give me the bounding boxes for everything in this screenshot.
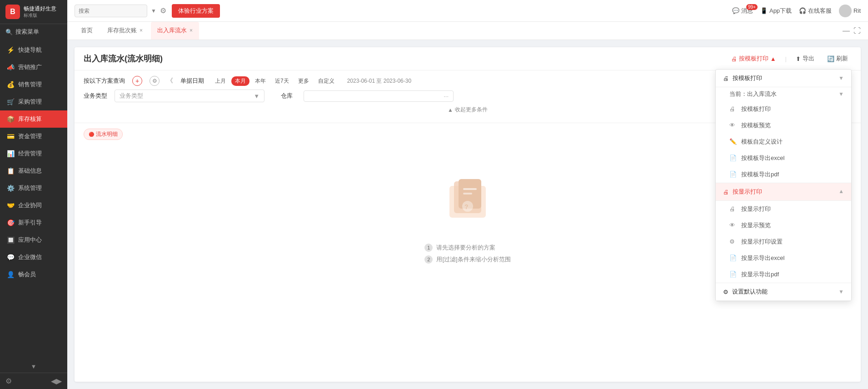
template-export-excel-item[interactable]: 📄 按模板导出excel bbox=[716, 150, 851, 166]
default-section-arrow-icon: ▼ bbox=[838, 289, 844, 295]
sidebar-item-finance[interactable]: 💳 资金管理 bbox=[0, 128, 67, 145]
collapse-filter-btn[interactable]: ▲ 收起更多条件 bbox=[448, 106, 488, 114]
message-icon: 💬 bbox=[732, 7, 739, 14]
template-custom-item-icon: ✏️ bbox=[729, 138, 737, 145]
warehouse-select[interactable]: ··· bbox=[304, 90, 454, 102]
tab-home[interactable]: 首页 bbox=[75, 22, 99, 40]
svg-rect-3 bbox=[463, 188, 477, 190]
sidebar-item-inventory[interactable]: 📦 库存核算 bbox=[0, 110, 67, 128]
topbar-app-download-btn[interactable]: 📱 App下载 bbox=[760, 7, 792, 15]
date-this-month[interactable]: 本月 bbox=[231, 76, 249, 86]
sidebar-item-label: 销售管理 bbox=[18, 80, 42, 89]
collapse-sidebar-icon[interactable]: ◀▶ bbox=[51, 377, 62, 385]
settings-icon[interactable]: ⚙ bbox=[5, 377, 12, 385]
display-print-settings-label: 按显示打印设置 bbox=[741, 238, 783, 246]
sidebar-logo: B 畅捷通好生意 标准版 bbox=[0, 0, 67, 24]
date-range-display: 2023-06-01 至 2023-06-30 bbox=[347, 77, 411, 85]
date-this-year[interactable]: 本年 bbox=[251, 76, 269, 86]
template-export-pdf-label: 按模板导出pdf bbox=[741, 170, 779, 179]
topbar-gear-icon[interactable]: ⚙ bbox=[160, 6, 166, 15]
sidebar-item-label: 企业协同 bbox=[18, 201, 42, 209]
service-icon: 🎧 bbox=[799, 7, 806, 14]
svg-text:?: ? bbox=[464, 203, 469, 210]
tab-inventory-batch[interactable]: 库存批次账 × bbox=[101, 22, 149, 40]
page-header: 出入库流水(流水明细) 🖨 按模板打印 ▲ | ⬆ 导出 🔄 刷新 bbox=[75, 47, 861, 70]
date-last-month[interactable]: 上月 bbox=[211, 76, 229, 86]
sidebar-item-quick-nav[interactable]: ⚡ 快捷导航 bbox=[0, 41, 67, 59]
tab-maximize-icon[interactable]: ⛶ bbox=[853, 27, 861, 35]
topbar-user-btn[interactable]: Rit bbox=[839, 5, 861, 17]
sidebar-item-sales[interactable]: 💰 销售管理 bbox=[0, 76, 67, 93]
display-print-settings-item[interactable]: ⚙ 按显示打印设置 bbox=[716, 234, 851, 250]
date-last-7-days[interactable]: 近7天 bbox=[271, 76, 293, 86]
sidebar-item-wechat[interactable]: 💬 企业微信 bbox=[0, 249, 67, 266]
tag-flow-detail[interactable]: 🔴 流水明细 bbox=[84, 129, 123, 140]
display-print-item[interactable]: 🖨 按显示打印 bbox=[716, 201, 851, 217]
trial-industry-button[interactable]: 体验行业方案 bbox=[172, 4, 220, 18]
sidebar-search[interactable]: 🔍 搜索菜单 bbox=[0, 24, 67, 40]
tab-minimize-icon[interactable]: — bbox=[843, 27, 850, 35]
sidebar-item-label: 新手引导 bbox=[18, 219, 42, 227]
tab-in-out-flow-close[interactable]: × bbox=[190, 27, 193, 34]
filter-collapse-icon[interactable]: 《 bbox=[167, 77, 173, 85]
display-print-section-header[interactable]: 🖨 按显示打印 ▼ bbox=[716, 183, 851, 201]
biz-type-placeholder: 业务类型 bbox=[120, 92, 252, 100]
topbar-message-btn[interactable]: 💬 消息 99+ bbox=[732, 7, 753, 15]
tab-in-out-flow[interactable]: 出入库流水 × bbox=[151, 22, 199, 40]
tab-inventory-batch-close[interactable]: × bbox=[140, 27, 143, 34]
biz-type-select[interactable]: 业务类型 ▼ bbox=[115, 90, 264, 102]
sidebar-item-member[interactable]: 👤 畅会员 bbox=[0, 266, 67, 283]
sidebar-item-operations[interactable]: 📊 经营管理 bbox=[0, 145, 67, 162]
template-preview-item[interactable]: 👁 按模板预览 bbox=[716, 117, 851, 134]
guide-icon: 🎯 bbox=[6, 219, 15, 227]
refresh-label: 刷新 bbox=[836, 55, 848, 63]
current-template-arrow-icon: ▼ bbox=[838, 91, 844, 97]
topbar-online-service-btn[interactable]: 🎧 在线客服 bbox=[799, 7, 832, 15]
print-template-btn[interactable]: 🖨 按模板打印 ▲ bbox=[728, 53, 780, 65]
export-btn[interactable]: ⬆ 导出 bbox=[792, 53, 818, 65]
basic-icon: 📋 bbox=[6, 167, 15, 175]
export-label: 导出 bbox=[803, 55, 814, 63]
tag-label: 流水明细 bbox=[96, 130, 118, 138]
filter-settings-button[interactable]: ⚙ bbox=[150, 76, 160, 86]
topbar-search-input[interactable] bbox=[75, 5, 147, 17]
display-preview-item[interactable]: 👁 按显示预览 bbox=[716, 217, 851, 234]
sidebar-item-system[interactable]: ⚙️ 系统管理 bbox=[0, 180, 67, 197]
warehouse-label: 仓库 bbox=[281, 92, 293, 100]
page-title: 出入库流水(流水明细) bbox=[84, 53, 163, 64]
default-section-label: 设置默认功能 bbox=[732, 288, 768, 296]
collapse-filter-label: 收起更多条件 bbox=[455, 106, 488, 114]
member-icon: 👤 bbox=[6, 270, 15, 279]
default-section-header[interactable]: ⚙ 设置默认功能 ▼ bbox=[716, 283, 851, 301]
sidebar-scroll-down[interactable]: ▼ bbox=[0, 360, 67, 373]
date-custom[interactable]: 自定义 bbox=[314, 76, 338, 86]
display-section-arrow-icon: ▼ bbox=[838, 189, 844, 195]
apps-icon: 🔲 bbox=[6, 236, 15, 244]
topbar-search-dropdown-icon[interactable]: ▼ bbox=[151, 8, 156, 14]
sidebar-item-apps[interactable]: 🔲 应用中心 bbox=[0, 231, 67, 249]
sidebar-item-purchase[interactable]: 🛒 采购管理 bbox=[0, 93, 67, 110]
display-export-excel-item[interactable]: 📄 按显示导出excel bbox=[716, 250, 851, 266]
template-print-section-header[interactable]: 🖨 按模板打印 ▼ bbox=[716, 70, 851, 87]
biz-type-label: 业务类型 bbox=[84, 92, 107, 100]
display-export-pdf-item[interactable]: 📄 按显示导出pdf bbox=[716, 266, 851, 283]
filter-query-label: 按以下方案查询 bbox=[84, 77, 125, 85]
sidebar-item-guide[interactable]: 🎯 新手引导 bbox=[0, 214, 67, 231]
sidebar-item-label: 畅会员 bbox=[18, 270, 36, 279]
online-service-label: 在线客服 bbox=[808, 7, 832, 15]
sidebar-item-collab[interactable]: 🤝 企业协同 bbox=[0, 197, 67, 214]
display-print-item-icon: 🖨 bbox=[729, 205, 737, 213]
template-custom-item[interactable]: ✏️ 模板自定义设计 bbox=[716, 134, 851, 150]
refresh-btn[interactable]: 🔄 刷新 bbox=[823, 53, 852, 65]
sidebar-item-basic[interactable]: 📋 基础信息 bbox=[0, 162, 67, 180]
template-section-arrow-icon: ▼ bbox=[838, 75, 844, 81]
step-1-text: 请先选择要分析的方案 bbox=[436, 244, 495, 252]
template-export-pdf-item[interactable]: 📄 按模板导出pdf bbox=[716, 166, 851, 183]
display-export-pdf-icon: 📄 bbox=[729, 271, 737, 278]
default-section-icon: ⚙ bbox=[723, 289, 728, 295]
sidebar-item-marketing[interactable]: 📣 营销推广 bbox=[0, 59, 67, 76]
date-more[interactable]: 更多 bbox=[294, 76, 313, 86]
filter-add-button[interactable]: + bbox=[132, 76, 142, 86]
sidebar-search-label: 搜索菜单 bbox=[15, 28, 39, 36]
template-print-item[interactable]: 🖨 按模板打印 bbox=[716, 101, 851, 117]
